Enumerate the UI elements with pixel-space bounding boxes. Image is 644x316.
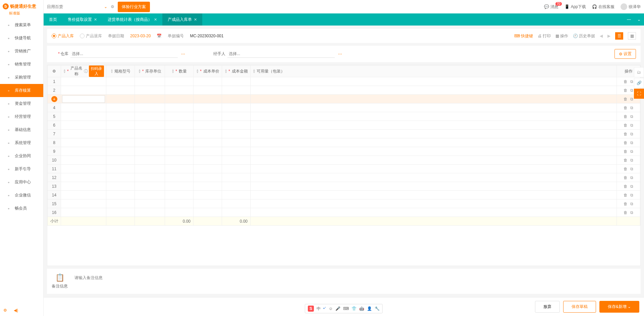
delete-icon[interactable]: 🗑: [624, 210, 628, 215]
table-row[interactable]: 16🗑⧉: [48, 208, 640, 217]
table-row[interactable]: 8🗑⧉: [48, 138, 640, 147]
delete-icon[interactable]: 🗑: [624, 201, 628, 206]
tab[interactable]: 售价提取设置✕: [62, 13, 102, 26]
col-product-name[interactable]: ▲▼*产品名称ⓘ扫码录入: [61, 65, 106, 77]
save-new-button[interactable]: 保存&新增 ⌄: [599, 301, 639, 313]
settings-icon[interactable]: ⚙: [3, 308, 7, 313]
delete-icon[interactable]: 🗑: [624, 149, 628, 154]
copy-icon[interactable]: ⧉: [630, 132, 633, 136]
copy-icon[interactable]: ⧉: [630, 175, 633, 180]
sidebar-item-wallet[interactable]: ▫资金管理: [0, 97, 43, 110]
tab[interactable]: 产成品入库单✕: [162, 13, 202, 26]
delete-icon[interactable]: 🗑: [624, 132, 628, 136]
product-name-input[interactable]: [62, 95, 105, 103]
copy-icon[interactable]: ⧉: [630, 105, 633, 110]
next-icon[interactable]: ▶: [607, 34, 610, 38]
copy-icon[interactable]: ⧉: [630, 201, 633, 206]
tab-menu[interactable]: ⌄: [634, 13, 644, 26]
radio-product-in[interactable]: 产品入库: [52, 33, 74, 39]
copy-icon[interactable]: ⧉: [630, 123, 633, 128]
delete-icon[interactable]: 🗑: [624, 175, 628, 180]
dock-item-3[interactable]: ⛶: [634, 89, 644, 99]
copy-icon[interactable]: ⧉: [630, 184, 633, 189]
scan-badge[interactable]: 扫码录入: [89, 65, 104, 77]
table-row[interactable]: 14🗑⧉: [48, 191, 640, 199]
dock-item-1[interactable]: 🗂: [634, 67, 644, 77]
sidebar-item-home[interactable]: ▫快捷导航: [0, 32, 43, 45]
shortcut-button[interactable]: ⌨快捷键: [514, 33, 533, 39]
user-menu[interactable]: 徐泽华: [621, 3, 641, 10]
sidebar-item-vip[interactable]: ▫畅会员: [0, 202, 43, 215]
sidebar-item-wechat[interactable]: ▫企业微信: [0, 189, 43, 202]
date-value[interactable]: 2023-03-20: [130, 34, 151, 38]
sidebar-item-box[interactable]: ▫库存核算: [0, 84, 43, 97]
table-row[interactable]: 5🗑⧉: [48, 112, 640, 121]
warehouse-input[interactable]: [70, 50, 178, 58]
delete-icon[interactable]: 🗑: [624, 88, 628, 93]
ime-lang[interactable]: 中: [317, 306, 321, 312]
copy-icon[interactable]: ⧉: [630, 158, 633, 163]
history-button[interactable]: 🕘历史单据: [573, 33, 595, 39]
handler-more[interactable]: ⋯: [338, 52, 342, 56]
sidebar-item-doc[interactable]: ▫基础信息: [0, 123, 43, 136]
sidebar-item-gear[interactable]: ▫系统管理: [0, 136, 43, 149]
delete-icon[interactable]: 🗑: [624, 105, 628, 110]
sidebar-item-gift[interactable]: ▫营销推广: [0, 45, 43, 58]
copy-icon[interactable]: ⧉: [630, 88, 633, 93]
delete-icon[interactable]: 🗑: [624, 193, 628, 197]
messages-button[interactable]: 💬 消息 70: [544, 4, 558, 10]
table-row[interactable]: 12🗑⧉: [48, 173, 640, 182]
sidebar-item-bag[interactable]: ▫销售管理: [0, 58, 43, 71]
table-row[interactable]: +🗑⧉: [48, 95, 640, 103]
table-row[interactable]: 13🗑⧉: [48, 182, 640, 191]
tab[interactable]: 进货单统计表（按商品）✕: [102, 13, 162, 26]
table-row[interactable]: 2🗑⧉: [48, 86, 640, 95]
ime-more[interactable]: 👕: [352, 306, 357, 311]
sidebar-item-team[interactable]: ▫企业协同: [0, 149, 43, 163]
copy-icon[interactable]: ⧉: [630, 149, 633, 154]
col-settings[interactable]: ⚙: [48, 65, 61, 77]
table-row[interactable]: 4🗑⧉: [48, 103, 640, 112]
add-row-button[interactable]: +: [51, 96, 57, 102]
ime-tools[interactable]: 🔧: [375, 306, 380, 311]
delete-icon[interactable]: 🗑: [624, 158, 628, 163]
table-row[interactable]: 9🗑⧉: [48, 147, 640, 156]
ime-mic[interactable]: 🎤: [335, 306, 340, 311]
col-unit[interactable]: ▲▼*库存单位: [135, 65, 165, 77]
ime-keyboard[interactable]: ⌨: [343, 306, 349, 311]
col-price[interactable]: ▲▼*成本单价: [194, 65, 222, 77]
view-list[interactable]: ☰: [615, 32, 623, 40]
copy-icon[interactable]: ⧉: [630, 114, 633, 119]
cta-button[interactable]: 体验行业方案: [118, 2, 150, 12]
col-available[interactable]: ▲▼可用量（包装）: [251, 65, 617, 77]
delete-icon[interactable]: 🗑: [624, 123, 628, 128]
sidebar-item-apps[interactable]: ▫应用中心: [0, 176, 43, 189]
collapse-icon[interactable]: ◀): [14, 308, 18, 313]
copy-icon[interactable]: ⧉: [630, 140, 633, 145]
delete-icon[interactable]: 🗑: [624, 184, 628, 189]
gear-icon[interactable]: ⚙: [111, 4, 114, 9]
copy-icon[interactable]: ⧉: [630, 210, 633, 215]
discard-button[interactable]: 放弃: [535, 301, 560, 313]
col-spec[interactable]: ▲▼规格型号: [106, 65, 135, 77]
copy-icon[interactable]: ⧉: [630, 193, 633, 197]
ime-emoji[interactable]: ☺: [329, 306, 333, 311]
delete-icon[interactable]: 🗑: [624, 114, 628, 119]
copy-icon[interactable]: ⧉: [630, 167, 633, 171]
tab-minimize[interactable]: —: [624, 13, 634, 26]
app-download-button[interactable]: 📱 App下载: [565, 4, 586, 10]
table-row[interactable]: 7🗑⧉: [48, 130, 640, 138]
dock-item-2[interactable]: 🔗: [634, 78, 644, 88]
close-icon[interactable]: ✕: [154, 17, 157, 22]
sidebar-item-guide[interactable]: ▫新手引导: [0, 163, 43, 176]
view-card[interactable]: ▦: [628, 32, 636, 40]
col-qty[interactable]: ▲▼*数量: [165, 65, 194, 77]
service-button[interactable]: 🎧 在线客服: [592, 4, 614, 10]
warehouse-more[interactable]: ⋯: [181, 52, 185, 56]
copy-icon[interactable]: ⧉: [630, 97, 633, 101]
delete-icon[interactable]: 🗑: [624, 97, 628, 101]
delete-icon[interactable]: 🗑: [624, 140, 628, 145]
tab[interactable]: 首页: [44, 13, 62, 26]
table-row[interactable]: 1🗑⧉: [48, 77, 640, 86]
ime-robot[interactable]: 🤖: [359, 306, 364, 311]
